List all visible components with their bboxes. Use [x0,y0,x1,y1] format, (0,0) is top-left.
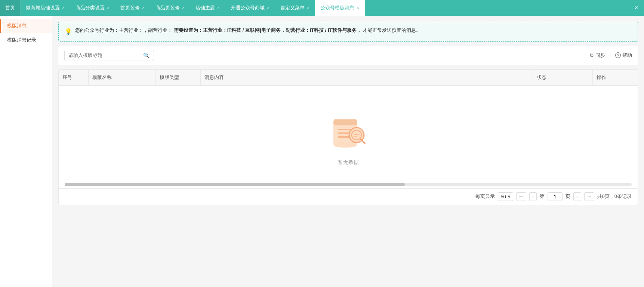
empty-state: 暂无数据 [59,86,638,181]
svg-rect-7 [354,134,359,135]
svg-rect-2 [338,132,349,134]
search-actions: ↻ 同步 | ? 帮助 [589,52,632,59]
top-nav: 首页 微商城店铺设置 × 商品分类设置 × 首页装修 × 商品页装修 × 店铺主… [0,0,644,16]
prev-page-button[interactable]: ‹ [529,192,537,201]
total-text: 共0页，0条记录 [597,193,632,200]
main-content: 💡 您的公众号行业为：主营行业：，副营行业： 需要设置为：主营行业：IT科技 /… [52,16,644,287]
sync-button[interactable]: ↻ 同步 [589,52,605,59]
notice-icon: 💡 [65,27,72,37]
last-page-button[interactable]: ⊣ [584,192,594,201]
nav-tab-wechat-shop[interactable]: 微商城店铺设置 × [21,0,70,16]
nav-tab-custom-menu[interactable]: 自定义菜单 × [275,0,315,16]
page-size-select[interactable]: 50 ∨ [498,192,513,201]
col-index: 序号 [59,70,89,85]
help-icon: ? [615,52,621,58]
nav-tab-home[interactable]: 首页 [0,0,21,16]
layout: 模版消息 模版消息记录 💡 您的公众号行业为：主营行业：，副营行业： 需要设置为… [0,16,644,287]
next-page-button[interactable]: › [573,192,581,201]
search-bar: 🔍 ↻ 同步 | ? 帮助 [58,46,638,65]
page-di-label: 第 [540,193,545,200]
close-all-button[interactable]: × [629,0,644,16]
nav-tab-homepage-decor[interactable]: 首页装修 × [115,0,150,16]
nav-tab-product-decor[interactable]: 商品页装修 × [150,0,190,16]
col-action: 操作 [593,70,638,85]
help-button[interactable]: ? 帮助 [615,52,632,59]
close-tab-open-mall[interactable]: × [267,6,269,10]
close-tab-product-category[interactable]: × [107,6,110,10]
table-container: 序号 模版名称 模版类型 消息内容 状态 操作 [58,69,638,205]
notice-text: 您的公众号行业为：主营行业：，副营行业： 需要设置为：主营行业：IT科技 / 互… [75,27,421,34]
nav-tab-template-msg[interactable]: 公众号模版消息 × [315,0,365,16]
scrollbar-thumb[interactable] [65,183,405,186]
page-size-label: 每页显示 [475,193,495,200]
search-button[interactable]: 🔍 [139,50,153,61]
page-label: 页 [566,193,570,200]
col-status: 状态 [533,70,593,85]
page-input[interactable] [548,192,563,201]
sidebar-item-template-msg[interactable]: 模版消息 [0,19,52,33]
close-tab-template-msg[interactable]: × [357,6,359,10]
close-tab-homepage-decor[interactable]: × [142,6,145,10]
sync-icon: ↻ [589,52,594,58]
nav-tab-open-mall[interactable]: 开通公众号商城 × [225,0,275,16]
close-tab-custom-menu[interactable]: × [307,6,309,10]
table-header: 序号 模版名称 模版类型 消息内容 状态 操作 [59,70,638,86]
col-content: 消息内容 [201,70,533,85]
search-field-container: 🔍 [64,50,154,61]
notice-box: 💡 您的公众号行业为：主营行业：，副营行业： 需要设置为：主营行业：IT科技 /… [58,22,638,42]
nav-tab-shop-theme[interactable]: 店铺主题 × [190,0,225,16]
scrollbar-area[interactable] [59,181,638,188]
close-tab-shop-theme[interactable]: × [217,6,220,10]
nav-tab-product-category[interactable]: 商品分类设置 × [70,0,115,16]
search-input[interactable] [65,50,139,60]
empty-text: 暂无数据 [338,159,359,166]
svg-rect-1 [338,129,352,130]
scrollbar-track[interactable] [65,183,632,186]
first-page-button[interactable]: ⊢ [516,192,526,201]
sidebar-item-template-msg-record[interactable]: 模版消息记录 [0,33,52,47]
sidebar: 模版消息 模版消息记录 [0,16,52,287]
svg-rect-8 [354,136,357,137]
col-name: 模版名称 [89,70,156,85]
col-type: 模版类型 [156,70,201,85]
close-tab-wechat-shop[interactable]: × [62,6,65,10]
chevron-down-icon: ∨ [508,194,511,199]
pagination: 每页显示 50 ∨ ⊢ ‹ 第 页 › ⊣ 共0页，0条记录 [59,188,638,205]
divider: | [610,52,611,58]
close-tab-product-decor[interactable]: × [182,6,185,10]
empty-illustration [326,108,371,153]
